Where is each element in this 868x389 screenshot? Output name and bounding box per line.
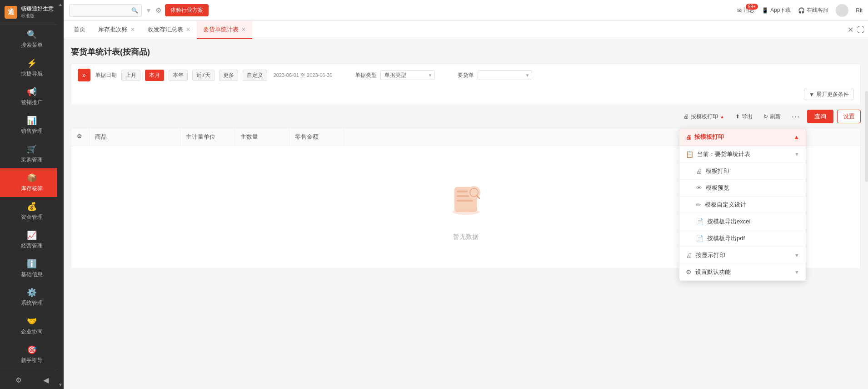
sidebar-item-label: 采购管理: [21, 156, 43, 164]
template-custom-icon: ✏: [696, 201, 701, 208]
dropdown-chevron-icon[interactable]: ▲: [793, 134, 799, 141]
dropdown-template-excel[interactable]: 📄 按模板导出excel: [679, 213, 806, 230]
phone-icon: 📱: [762, 7, 768, 14]
goods-col-label: 要货单: [458, 71, 474, 79]
app-download-button[interactable]: 📱 App下载: [762, 6, 791, 14]
sidebar: 通 畅赚通好生意 标准版 ▲ ▼ 🔍 搜索菜单 ⚡ 快捷导航 📢 营销推广 📊 …: [0, 0, 64, 389]
more-options-button[interactable]: ···: [788, 110, 803, 123]
date-custom-btn[interactable]: 自定义: [243, 70, 267, 81]
dropdown-template-custom[interactable]: ✏ 模板自定义设计: [679, 197, 806, 213]
expand-icon: ▼: [809, 91, 814, 98]
sidebar-item-label: 新手引导: [21, 357, 43, 364]
dropdown-template-print[interactable]: 🖨 模板打印: [679, 163, 806, 180]
sidebar-scroll-down[interactable]: ▼: [58, 382, 63, 387]
sales-icon: 📊: [27, 116, 37, 126]
date-7days-btn[interactable]: 近7天: [192, 70, 215, 81]
toolbar: 🖨 按模板打印 ▲ ⬆ 导出 ↻ 刷新 ··· 查询 设置 🖨 按模板打印: [71, 110, 861, 123]
empty-text: 暂无数据: [453, 233, 479, 241]
tab-receipt-close[interactable]: ✕: [186, 26, 190, 33]
goods-col-select[interactable]: [478, 70, 532, 80]
th-quantity: 主数量: [235, 128, 289, 146]
avatar[interactable]: [836, 4, 848, 17]
sidebar-item-system[interactable]: ⚙️ 系统管理: [0, 283, 64, 312]
sidebar-item-label: 基础信息: [21, 271, 43, 278]
refresh-button[interactable]: ↻ 刷新: [760, 111, 784, 122]
default-func-left: ⚙ 设置默认功能: [686, 268, 731, 276]
date-last-month-btn[interactable]: 上月: [121, 70, 140, 81]
column-settings-icon[interactable]: ⚙: [77, 133, 82, 140]
current-template-left: 📋 当前：要货单统计表: [686, 150, 750, 158]
template-preview-icon: 👁: [696, 184, 702, 192]
sidebar-item-marketing[interactable]: 📢 营销推广: [0, 82, 64, 111]
dropdown-template-preview[interactable]: 👁 模板预览: [679, 180, 806, 197]
query-button[interactable]: 查询: [807, 110, 833, 123]
sidebar-item-sales[interactable]: 📊 销售管理: [0, 111, 64, 140]
tab-order-close[interactable]: ✕: [241, 26, 246, 33]
type-select-wrap: 单据类型: [380, 70, 435, 80]
refresh-icon: ↻: [763, 113, 768, 120]
sidebar-item-operation[interactable]: 📈 经营管理: [0, 226, 64, 254]
dropdown-display-print[interactable]: 🖨 按显示打印 ▼: [679, 247, 806, 264]
sidebar-item-search[interactable]: 🔍 搜索菜单: [0, 25, 64, 54]
sidebar-item-basic[interactable]: ℹ️ 基础信息: [0, 254, 64, 283]
tab-receipt-summary[interactable]: 收发存汇总表 ✕: [141, 21, 197, 39]
dropdown-default-func[interactable]: ⚙ 设置默认功能 ▼: [679, 264, 806, 281]
tab-home[interactable]: 首页: [67, 21, 92, 39]
export-button[interactable]: ⬆ 导出: [732, 111, 756, 122]
date-filter-label: 单据日期: [95, 71, 117, 79]
sidebar-item-guide[interactable]: 🎯 新手引导: [0, 340, 64, 369]
close-window-icon[interactable]: ✕: [848, 25, 853, 34]
guide-icon: 🎯: [27, 345, 37, 355]
tab-receipt-label: 收发存汇总表: [148, 25, 183, 34]
date-this-year-btn[interactable]: 本年: [169, 70, 188, 81]
settings-button[interactable]: 设置: [837, 110, 861, 123]
tab-order-stats[interactable]: 要货单统计表 ✕: [197, 21, 252, 39]
scrollbar[interactable]: [865, 91, 868, 182]
expand-more-button[interactable]: ▼ 展开更多条件: [804, 89, 854, 100]
sidebar-item-inventory[interactable]: 📦 库存核算: [0, 168, 64, 197]
tab-batch-account[interactable]: 库存批次账 ✕: [92, 21, 141, 39]
sidebar-item-label: 系统管理: [21, 299, 43, 307]
content-area: 要货单统计表(按商品) » 单据日期 上月 本月 本年 近7天 更多 自定义 2…: [64, 39, 868, 389]
sidebar-item-enterprise[interactable]: 🤝 企业协同: [0, 312, 64, 340]
sidebar-item-label: 快捷导航: [21, 70, 43, 78]
export-icon: ⬆: [735, 113, 740, 120]
collapse-icon[interactable]: ◀: [43, 376, 49, 384]
date-more-btn[interactable]: 更多: [219, 70, 238, 81]
type-select[interactable]: 单据类型: [380, 70, 435, 80]
sidebar-item-purchase[interactable]: 🛒 采购管理: [0, 140, 64, 168]
page-title: 要货单统计表(按商品): [71, 46, 861, 57]
type-filter: 单据类型 单据类型: [355, 70, 435, 80]
dropdown-template-pdf[interactable]: 📄 按模板导出pdf: [679, 230, 806, 247]
tab-batch-label: 库存批次账: [98, 25, 128, 34]
topbar-dropdown-icon[interactable]: ▼: [145, 7, 152, 14]
filter-expand-button[interactable]: »: [78, 69, 90, 81]
main-area: 🔍 ▼ ⚙ 体验行业方案 ✉ 消息 99+ 📱 App下载 🎧 在线客服 Rit: [64, 0, 868, 389]
print-button[interactable]: 🖨 按模板打印 ▲: [680, 111, 728, 122]
display-print-icon: 🖨: [686, 252, 692, 259]
maximize-icon[interactable]: ⛶: [857, 26, 864, 34]
sidebar-item-finance[interactable]: 💰 资金管理: [0, 197, 64, 226]
dropdown-printer-icon: 🖨: [686, 134, 692, 141]
sidebar-item-quick-nav[interactable]: ⚡ 快捷导航: [0, 54, 64, 82]
dropdown-current-template[interactable]: 📋 当前：要货单统计表 ▼: [679, 146, 806, 163]
sidebar-logo: 通 畅赚通好生意 标准版: [0, 0, 64, 25]
settings-bottom-icon[interactable]: ⚙: [15, 376, 22, 384]
trial-button[interactable]: 体验行业方案: [165, 4, 209, 16]
basic-icon: ℹ️: [27, 259, 37, 269]
search-input[interactable]: [69, 4, 142, 17]
goods-col-select-wrap: [478, 70, 532, 80]
sidebar-item-label: 销售管理: [21, 127, 43, 135]
sidebar-item-label: 搜索菜单: [21, 41, 43, 49]
sidebar-item-label: 营销推广: [21, 99, 43, 106]
service-button[interactable]: 🎧 在线客服: [798, 6, 828, 14]
system-icon: ⚙️: [27, 288, 37, 298]
current-template-icon: 📋: [686, 151, 693, 158]
tab-bar: 首页 库存批次账 ✕ 收发存汇总表 ✕ 要货单统计表 ✕ ✕ ⛶: [64, 21, 868, 39]
date-this-month-btn[interactable]: 本月: [145, 70, 164, 81]
sidebar-scroll-up[interactable]: ▲: [58, 2, 63, 7]
message-button[interactable]: ✉ 消息 99+: [737, 6, 754, 14]
gear-icon[interactable]: ⚙: [155, 6, 161, 15]
template-print-icon: 🖨: [696, 167, 702, 175]
tab-batch-close[interactable]: ✕: [130, 26, 135, 33]
